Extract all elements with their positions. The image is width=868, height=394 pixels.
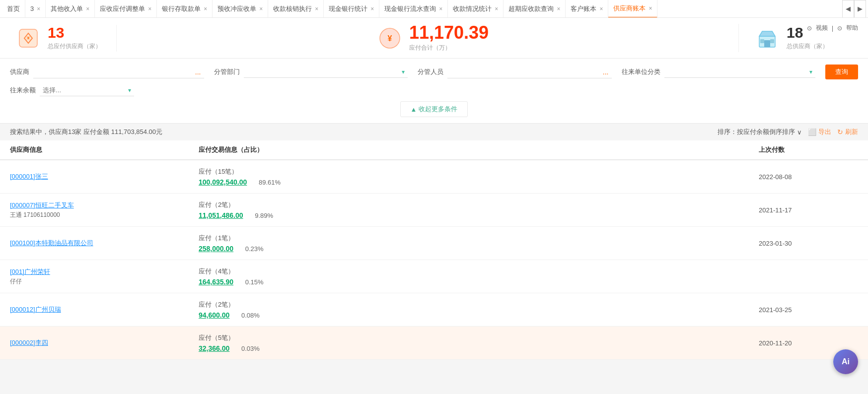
supplier-input[interactable] [36,68,195,75]
table-header: 供应商信息 应付交易信息（占比） 上次付数 [0,140,868,160]
svg-rect-7 [770,39,774,43]
ai-assistant-button[interactable]: Ai [833,349,858,360]
nav-tab-overdue-ar-close[interactable]: × [557,5,560,12]
nav-tab-cash-bank-flow-close[interactable]: × [439,5,442,12]
filter-dept-label: 分管部门 [214,67,240,76]
table-row: [000007]恒旺二手叉车 王通 17106110000 应付（2笔） 11,… [0,194,868,227]
person-input-wrap[interactable]: ... [447,66,612,78]
row6-supplier: [000002]李四 [10,338,199,347]
collapse-icon: ▲ [411,106,417,113]
nav-tab-advance-ar[interactable]: 预收冲应收单 × [213,0,268,18]
row1-lastpay-date: 2022-08-08 [759,173,792,181]
nav-tab-customer-ledger[interactable]: 客户账本 × [566,0,608,18]
person-input[interactable] [450,68,603,75]
row1-trans-amount[interactable]: 100,092,540.00 [199,178,247,186]
person-dots-icon[interactable]: ... [603,68,609,76]
stat-total-payable-suppliers: ¥ 13 总应付供应商（家） [10,25,117,52]
nav-tab-overdue-ar[interactable]: 超期应收款查询 × [504,0,566,18]
category-input[interactable] [667,68,810,75]
collapse-button[interactable]: ▲ 收起更多条件 [400,101,468,117]
supplier-dots-icon[interactable]: ... [195,68,201,76]
balance-select-wrap[interactable]: ▾ [40,84,134,96]
table-row: [000002]李四 应付（5笔） 32,366.00 0.03% 2020-1… [0,327,868,360]
row5-lastpay-date: 2021-03-25 [759,306,792,314]
row4-trans-amount[interactable]: 164,635.90 [199,278,233,286]
video-link[interactable]: 视频 [816,24,828,32]
circle-question-icon: ⊙ [837,25,842,32]
nav-tab-advance-ar-close[interactable]: × [259,5,263,12]
export-button[interactable]: ⬜ 导出 [808,128,831,136]
row3-supplier-link[interactable]: [000100]本特勤油品有限公司 [10,239,93,247]
filter-balance: 往来余额 ▾ [10,84,134,96]
nav-tab-3-close[interactable]: × [37,5,40,12]
table-row: [000012]广州贝瑞 应付（2笔） 94,600.00 0.08% 2021… [0,293,868,327]
stat-payable-label: 总应付供应商（家） [48,42,101,51]
balance-input[interactable] [43,86,128,94]
nav-tab-ar-ap-adjust[interactable]: 应收应付调整单 × [95,0,157,18]
category-select-wrap[interactable]: ▾ [664,66,816,78]
balance-dropdown-icon[interactable]: ▾ [128,87,131,94]
row2-supplier: [000007]恒旺二手叉车 王通 17106110000 [10,201,199,219]
dept-select-wrap[interactable]: ▾ [244,66,408,78]
nav-tab-bank-deposit-close[interactable]: × [204,5,207,12]
stat-amount-number: 11,170.39 [409,24,489,42]
sort-area: 排序：按应付余额倒序排序 ∨ ⬜ 导出 ↻ 刷新 [718,128,858,136]
nav-tab-payment-stat[interactable]: 收款情况统计 × [448,0,504,18]
nav-tab-payment-exec-close[interactable]: × [315,5,318,12]
nav-tab-ar-ap-adjust-close[interactable]: × [148,5,151,12]
nav-tab-cash-bank-flow[interactable]: 现金银行流水查询 × [379,0,448,18]
row6-trans-percent: 0.03% [241,345,260,352]
refresh-button[interactable]: ↻ 刷新 [837,128,858,136]
nav-tab-payment-exec[interactable]: 收款核销执行 × [268,0,324,18]
supplier-payable-icon: ¥ [15,25,42,52]
nav-tab-cash-bank-stat[interactable]: 现金银行统计 × [324,0,379,18]
nav-tab-cash-bank-stat-close[interactable]: × [370,5,374,12]
nav-tab-3[interactable]: 3 × [25,0,46,18]
row4-supplier-link[interactable]: [001]广州荣轩 [10,268,50,275]
row6-trans-amount[interactable]: 32,366.00 [199,344,229,352]
nav-tab-supplier-ledger-label: 供应商账本 [613,4,646,13]
row3-trans-amount[interactable]: 258,000.00 [199,245,233,253]
stat-supplier-label: 总供应商（家） [787,42,828,51]
nav-tab-home[interactable]: 首页 [2,0,25,18]
dept-input[interactable] [247,68,402,75]
nav-tab-supplier-ledger-close[interactable]: × [649,5,652,12]
export-icon: ⬜ [808,128,816,136]
sort-select[interactable]: 排序：按应付余额倒序排序 ∨ [718,128,802,136]
nav-next-arrow[interactable]: ▶ [854,0,866,18]
svg-text:¥: ¥ [387,34,392,43]
nav-tab-other-income[interactable]: 其他收入单 × [46,0,95,18]
help-link[interactable]: 帮助 [846,24,858,32]
row5-trans-label: 应付（2笔） [199,300,759,309]
svg-rect-5 [764,40,770,47]
amount-icon: ¥ [376,25,403,52]
refresh-icon: ↻ [837,128,843,136]
nav-prev-arrow[interactable]: ◀ [842,0,854,18]
nav-tab-other-income-close[interactable]: × [86,5,89,12]
dept-dropdown-icon[interactable]: ▾ [402,68,405,75]
nav-tab-supplier-ledger[interactable]: 供应商账本 × [608,0,657,18]
nav-tab-customer-ledger-close[interactable]: × [599,5,603,12]
results-summary: 搜索结果中，供应商13家 应付金额 111,703,854.00元 [10,128,162,136]
row5-supplier-link[interactable]: [000012]广州贝瑞 [10,306,61,313]
refresh-label: 刷新 [845,128,858,136]
row2-trans-amount[interactable]: 11,051,486.00 [199,211,243,219]
nav-tab-bank-deposit[interactable]: 银行存取款单 × [157,0,213,18]
row5-trans-amount[interactable]: 94,600.00 [199,311,229,319]
filter-category: 往来单位分类 ▾ [622,66,816,78]
divider: | [832,25,833,32]
svg-text:¥: ¥ [27,36,30,40]
row1-supplier-link[interactable]: [000001]张三 [10,173,48,180]
category-dropdown-icon[interactable]: ▾ [809,68,812,75]
stat-payable-number: 13 [48,25,101,40]
row6-lastpay: 2020-11-20 [759,339,858,347]
nav-tab-home-label: 首页 [7,4,20,13]
search-button[interactable]: 查询 [825,65,858,79]
row6-supplier-link[interactable]: [000002]李四 [10,339,48,346]
row4-trans-label: 应付（4笔） [199,267,759,276]
nav-tab-payment-stat-close[interactable]: × [495,5,498,12]
filter-supplier: 供应商 ... [10,66,204,78]
row2-supplier-link[interactable]: [000007]恒旺二手叉车 [10,201,74,209]
supplier-input-wrap[interactable]: ... [33,66,204,78]
row4-trans-percent: 0.15% [245,278,264,286]
